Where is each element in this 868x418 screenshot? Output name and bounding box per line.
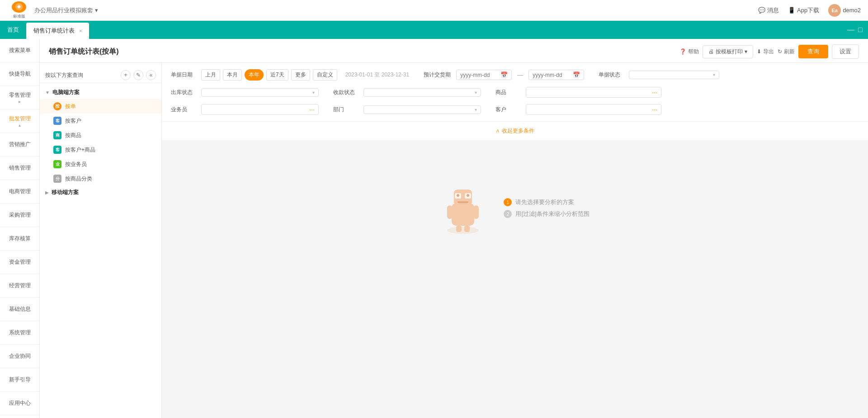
last-month-btn[interactable]: 上月 [201,69,220,81]
tab-sales-order[interactable]: 销售订单统计表 × [26,23,89,39]
query-button[interactable]: 查询 [798,45,828,58]
scheme-group-header-mobile[interactable]: ▶ 移动端方案 [40,186,161,199]
message-btn[interactable]: 💬 消息 [758,6,779,14]
user-section[interactable]: Ea demo2 [828,4,861,17]
hint-num-1: 1 [504,198,512,206]
more-btn[interactable]: 更多 [291,69,310,81]
add-scheme-btn[interactable]: + [121,70,131,80]
expected-date-start-input[interactable] [460,72,499,78]
customer-dots-btn[interactable]: ··· [652,106,657,113]
sidebar-item-operations[interactable]: 经营管理 [0,274,39,298]
sidebar-item-purchase[interactable]: 采购管理 [0,204,39,227]
filter-rows: 单据日期 上月 本月 本年 近7天 更多 自定义 2023-01-01 至 20… [162,63,868,115]
this-month-btn[interactable]: 本月 [223,69,242,81]
scheme-group-header-pc[interactable]: ▼ 电脑端方案 [40,86,161,99]
app-selector-chevron: ▾ [95,7,98,14]
sidebar-item-appcenter[interactable]: 应用中心 [0,392,39,415]
sidebar-item-enterprise[interactable]: 企业协同 [0,345,39,368]
collapse-label: 收起更多条件 [502,128,534,134]
scheme-icon-salesperson: 业 [53,160,61,168]
sidebar-item-basic[interactable]: 基础信息 [0,298,39,321]
payment-status-label: 收款状态 [333,89,358,96]
expected-date-end-wrap[interactable]: 📅 [528,70,584,80]
enterprise-label: 企业协同 [9,352,31,360]
refresh-btn[interactable]: ↻ 刷新 [778,48,795,56]
app-download-btn[interactable]: 📱 App下载 [788,6,819,14]
edit-scheme-btn[interactable]: ✎ [133,70,143,80]
print-icon: 🖨 [708,48,714,55]
hint-item-1: 1 请先选择要分析的方案 [504,198,574,206]
help-btn[interactable]: ❓ 帮助 [679,48,699,56]
out-status-select[interactable]: ▾ [201,88,319,97]
department-chevron: ▾ [475,107,477,112]
payment-status-select[interactable]: ▾ [363,88,481,97]
status-select[interactable]: ▾ [629,71,719,79]
scheme-group-pc: ▼ 电脑端方案 按 按单 客 按客户 商 按商品 [40,86,161,186]
left-panel-title: 按以下方案查询 [45,71,118,79]
scheme-label-category: 按商品分类 [65,175,92,183]
sidebar-item-inventory[interactable]: 库存核算 [0,227,39,251]
custom-btn[interactable]: 自定义 [313,69,337,81]
hint-num-2: 2 [504,210,512,218]
sidebar-item-ecommerce[interactable]: 电商管理 [0,180,39,204]
system-label: 系统管理 [9,329,31,337]
appcenter-label: 应用中心 [9,399,31,407]
print-btn[interactable]: 🖨 按模板打印 ▾ [703,45,753,58]
scheme-item-by-customer[interactable]: 客 按客户 [40,114,161,128]
retail-label: 零售管理 [9,91,31,99]
svg-rect-9 [447,205,453,219]
last7-btn[interactable]: 近7天 [266,69,288,81]
calendar-start-icon[interactable]: 📅 [500,71,508,78]
sidebar-item-wechat[interactable]: 企业微信 [0,415,39,418]
settings-button[interactable]: 设置 [832,44,859,59]
sidebar-item-quicknav[interactable]: 快捷导航 [0,62,39,86]
expected-date-start-wrap[interactable]: 📅 [456,70,512,80]
customer-input[interactable] [530,106,650,113]
tab-home[interactable]: 首页 [0,21,26,39]
export-icon: ⬇ [757,48,761,55]
logo-box: 标准版 [7,1,31,19]
marketing-label: 营销推广 [9,141,31,148]
salesperson-label: 业务员 [171,106,196,114]
sidebar-item-retail[interactable]: 零售管理 ▸ [0,86,39,109]
sidebar-item-sales[interactable]: 销售管理 [0,157,39,180]
export-btn[interactable]: ⬇ 导出 [757,48,774,56]
app-download-icon: 📱 [788,7,795,14]
expand-mobile-icon: ▶ [45,190,49,195]
sidebar-item-wholesale[interactable]: 批发管理 ▴ [0,109,39,133]
scheme-label-product: 按商品 [65,132,81,139]
scheme-label-cust-prod: 按客户+商品 [65,146,95,154]
minimize-btn[interactable]: — [847,26,854,34]
calendar-end-icon[interactable]: 📅 [573,71,580,78]
product-dots-btn[interactable]: ··· [652,89,657,96]
salesperson-input[interactable] [205,106,307,113]
expected-date-end-input[interactable] [533,72,571,78]
scheme-item-by-order[interactable]: 按 按单 [40,99,161,114]
maximize-btn[interactable]: □ [858,26,863,34]
collapse-bar[interactable]: ∧ 收起更多条件 [162,121,868,140]
department-select[interactable]: ▾ [363,105,481,114]
scheme-label-customer: 按客户 [65,117,81,125]
sidebar-item-newbie[interactable]: 新手引导 [0,368,39,392]
sidebar-item-system[interactable]: 系统管理 [0,321,39,345]
scheme-group-mobile: ▶ 移动端方案 [40,186,161,199]
product-input[interactable] [530,89,650,95]
add-icon: + [124,72,127,78]
purchase-label: 采购管理 [9,211,31,219]
app-selector[interactable]: 办公用品行业模拟账套 ▾ [34,6,98,14]
sidebar-item-finance[interactable]: 资金管理 [0,251,39,274]
customer-input-wrap: ··· [526,104,661,115]
scheme-item-by-category[interactable]: 分 按商品分类 [40,171,161,186]
salesperson-dots-btn[interactable]: ··· [309,106,315,113]
filter-row-3: 业务员 ··· 部门 ▾ 客户 [171,104,859,115]
sidebar-item-search[interactable]: 搜索菜单 [0,39,39,62]
this-year-btn[interactable]: 本年 [245,69,264,81]
scheme-item-by-product[interactable]: 商 按商品 [40,128,161,142]
scheme-item-by-salesperson[interactable]: 业 按业务员 [40,157,161,171]
sidebar-item-marketing[interactable]: 营销推广 [0,133,39,157]
scheme-item-by-customer-product[interactable]: 客 按客户+商品 [40,142,161,157]
basic-label: 基础信息 [9,305,31,313]
collapse-panel-btn[interactable]: « [146,70,156,80]
empty-illustration [440,180,486,236]
tab-close-icon[interactable]: × [79,28,82,33]
